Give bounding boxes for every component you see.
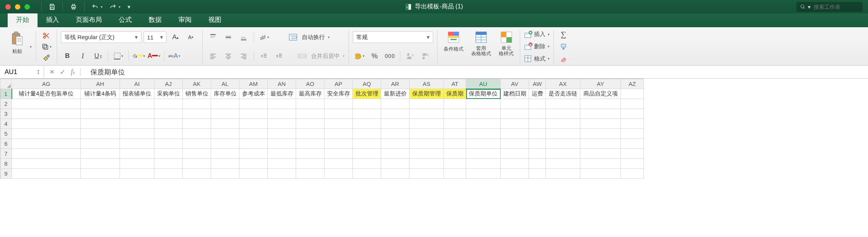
- align-middle-button[interactable]: [222, 31, 235, 43]
- cell-AU4[interactable]: [466, 119, 501, 129]
- cell-AO5[interactable]: [296, 129, 324, 139]
- col-header-AH[interactable]: AH: [81, 79, 120, 89]
- decrease-font-button[interactable]: A▾: [184, 31, 197, 43]
- col-header-AO[interactable]: AO: [296, 79, 324, 89]
- wrap-text-dropdown[interactable]: ▾: [328, 35, 330, 39]
- ribbon-tab-5[interactable]: 审阅: [170, 12, 200, 27]
- cell-AZ7[interactable]: [621, 149, 644, 159]
- format-painter-button[interactable]: [40, 53, 53, 62]
- cell-styles-button[interactable]: 单元 格样式: [496, 30, 516, 58]
- cell-AG6[interactable]: [12, 139, 81, 149]
- ribbon-tab-3[interactable]: 公式: [110, 12, 140, 27]
- cell-AY9[interactable]: [580, 169, 621, 179]
- cell-AX8[interactable]: [546, 159, 580, 169]
- cell-AV1[interactable]: 建档日期: [501, 89, 529, 99]
- insert-cells-button[interactable]: 插入 ▾: [524, 31, 550, 38]
- cell-AN6[interactable]: [268, 139, 296, 149]
- cell-AZ8[interactable]: [621, 159, 644, 169]
- cell-AK9[interactable]: [183, 169, 211, 179]
- cut-button[interactable]: [40, 31, 53, 40]
- cell-AR8[interactable]: [381, 159, 409, 169]
- cell-AN3[interactable]: [268, 109, 296, 119]
- bold-button[interactable]: B: [61, 50, 74, 62]
- ribbon-tab-0[interactable]: 开始: [8, 12, 38, 27]
- cell-AJ9[interactable]: [154, 169, 183, 179]
- cell-AN2[interactable]: [268, 99, 296, 109]
- cell-AS1[interactable]: 保质期管理: [409, 89, 444, 99]
- cell-AJ1[interactable]: 采购单位: [154, 89, 183, 99]
- cell-AS3[interactable]: [409, 109, 444, 119]
- delete-cells-button[interactable]: 删除 ▾: [524, 43, 550, 50]
- name-box-down[interactable]: ▼: [37, 72, 40, 75]
- cell-AS6[interactable]: [409, 139, 444, 149]
- cell-AI6[interactable]: [120, 139, 154, 149]
- cell-AM4[interactable]: [239, 119, 268, 129]
- cell-AW9[interactable]: [529, 169, 546, 179]
- font-name-select[interactable]: 等线 Regular (正文) ▾: [61, 31, 141, 43]
- cell-AH1[interactable]: 辅计量4条码: [81, 89, 120, 99]
- select-all-corner[interactable]: [0, 79, 12, 89]
- cell-AH8[interactable]: [81, 159, 120, 169]
- cell-AN5[interactable]: [268, 129, 296, 139]
- autosum-button[interactable]: ∑ ·: [558, 30, 571, 40]
- cell-AK7[interactable]: [183, 149, 211, 159]
- cell-AQ1[interactable]: 批次管理: [353, 89, 381, 99]
- save-button[interactable]: [49, 3, 56, 10]
- cell-AM5[interactable]: [239, 129, 268, 139]
- cell-AI4[interactable]: [120, 119, 154, 129]
- close-window-button[interactable]: [5, 4, 11, 10]
- col-header-AL[interactable]: AL: [211, 79, 239, 89]
- col-header-AM[interactable]: AM: [239, 79, 268, 89]
- fill-color-button[interactable]: ▾: [132, 50, 145, 62]
- cell-AW7[interactable]: [529, 149, 546, 159]
- col-header-AI[interactable]: AI: [120, 79, 154, 89]
- cell-AQ3[interactable]: [353, 109, 381, 119]
- fill-button[interactable]: ·: [558, 42, 571, 52]
- cell-AR9[interactable]: [381, 169, 409, 179]
- cell-AN9[interactable]: [268, 169, 296, 179]
- col-header-AV[interactable]: AV: [501, 79, 529, 89]
- cell-AL7[interactable]: [211, 149, 239, 159]
- cell-AH5[interactable]: [81, 129, 120, 139]
- cell-AJ2[interactable]: [154, 99, 183, 109]
- underline-button[interactable]: U ▾: [92, 50, 105, 62]
- cell-AW4[interactable]: [529, 119, 546, 129]
- cell-AZ2[interactable]: [621, 99, 644, 109]
- cell-AI2[interactable]: [120, 99, 154, 109]
- align-right-button[interactable]: [237, 50, 250, 62]
- font-size-select[interactable]: 11 ▾: [144, 31, 167, 43]
- cell-AM1[interactable]: 参考成本: [239, 89, 268, 99]
- cell-AK5[interactable]: [183, 129, 211, 139]
- merge-center-button[interactable]: [296, 50, 309, 62]
- cell-AS9[interactable]: [409, 169, 444, 179]
- cell-AL3[interactable]: [211, 109, 239, 119]
- col-header-AG[interactable]: AG: [12, 79, 81, 89]
- cell-AX6[interactable]: [546, 139, 580, 149]
- cell-AH7[interactable]: [81, 149, 120, 159]
- cell-AY1[interactable]: 商品自定义项: [580, 89, 621, 99]
- cell-AS4[interactable]: [409, 119, 444, 129]
- cell-AY7[interactable]: [580, 149, 621, 159]
- cell-AM9[interactable]: [239, 169, 268, 179]
- cell-AW6[interactable]: [529, 139, 546, 149]
- cell-AQ6[interactable]: [353, 139, 381, 149]
- insert-function-button[interactable]: fx: [71, 68, 80, 76]
- increase-indent-button[interactable]: [273, 50, 286, 62]
- col-header-AT[interactable]: AT: [444, 79, 466, 89]
- cell-AI8[interactable]: [120, 159, 154, 169]
- cell-AR3[interactable]: [381, 109, 409, 119]
- cell-AH2[interactable]: [81, 99, 120, 109]
- cell-AL6[interactable]: [211, 139, 239, 149]
- cell-AZ9[interactable]: [621, 169, 644, 179]
- cell-AT1[interactable]: 保质期: [444, 89, 466, 99]
- merge-dropdown[interactable]: ▾: [343, 54, 345, 58]
- cell-AM3[interactable]: [239, 109, 268, 119]
- font-color-button[interactable]: A ▾: [147, 50, 160, 62]
- cell-AU2[interactable]: [466, 99, 501, 109]
- cell-AO6[interactable]: [296, 139, 324, 149]
- cell-AI3[interactable]: [120, 109, 154, 119]
- cell-AJ5[interactable]: [154, 129, 183, 139]
- increase-decimal-button[interactable]: .0.00: [404, 50, 417, 62]
- cell-AY5[interactable]: [580, 129, 621, 139]
- ribbon-tab-2[interactable]: 页面布局: [67, 12, 110, 27]
